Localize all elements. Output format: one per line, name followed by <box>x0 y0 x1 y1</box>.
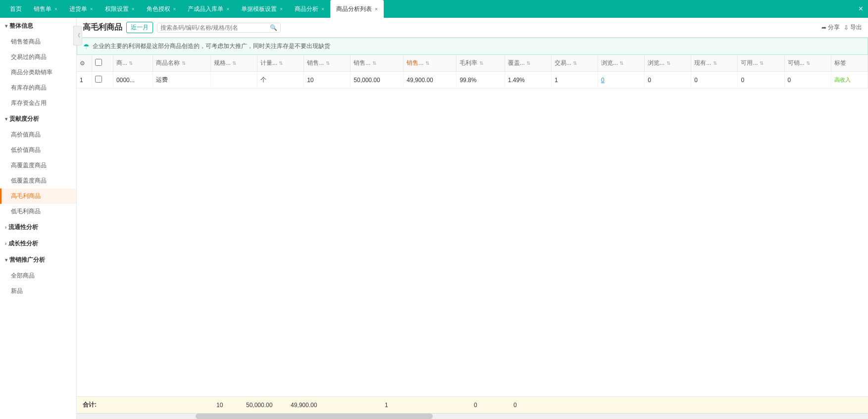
table-header-row: ⚙ 商... ⇅ 商品名称 ⇅ <box>77 55 868 72</box>
close-permission-tab[interactable]: × <box>132 6 135 12</box>
close-role-tab[interactable]: × <box>173 6 176 12</box>
time-filter-button[interactable]: 近一月 <box>126 22 153 33</box>
sidebar-item-low-coverage[interactable]: 低覆盖度商品 <box>0 173 76 188</box>
close-template-tab[interactable]: × <box>280 6 283 12</box>
search-input[interactable] <box>160 24 268 31</box>
sort-icon-current-stock: ⇅ <box>713 60 717 66</box>
close-purchase-tab[interactable]: × <box>90 6 93 12</box>
sort-icon-sales-cost: ⇅ <box>425 60 429 66</box>
th-browse2[interactable]: 浏览... ⇅ <box>645 55 691 72</box>
sidebar-item-low-value[interactable]: 低价值商品 <box>0 142 76 158</box>
sort-icon-name: ⇅ <box>182 60 186 66</box>
close-analysis-tab[interactable]: × <box>321 6 324 12</box>
nav-tab-sales[interactable]: 销售单 × <box>28 0 63 18</box>
nav-tab-purchase[interactable]: 进货单 × <box>63 0 99 18</box>
row-checkbox[interactable] <box>95 76 102 83</box>
arrow-marketing: ▾ <box>5 257 7 263</box>
arrow-growth: › <box>5 241 6 246</box>
th-sales-qty[interactable]: 销售... ⇅ <box>304 55 351 72</box>
close-stock-in-tab[interactable]: × <box>226 6 229 12</box>
cell-checkbox[interactable] <box>92 72 113 89</box>
sidebar-item-all-goods[interactable]: 全部商品 <box>0 268 76 283</box>
sidebar-item-traded-goods[interactable]: 交易过的商品 <box>0 49 76 65</box>
nav-tab-analysis-list[interactable]: 商品分析列表 × <box>330 0 384 18</box>
share-button[interactable]: ➦ 分享 <box>821 23 840 32</box>
footer-values: 10 50,000.00 49,900.00 1 0 0 <box>104 402 862 409</box>
cell-unit: 个 <box>257 72 304 89</box>
sidebar-item-high-coverage[interactable]: 高覆盖度商品 <box>0 158 76 173</box>
content-header: 高毛利商品 近一月 🔍 ➦ 分享 ⇩ 导出 <box>77 18 868 38</box>
sidebar-item-low-margin[interactable]: 低毛利商品 <box>0 204 76 219</box>
th-checkbox[interactable] <box>92 55 113 72</box>
sidebar-group-growth[interactable]: › 成长性分析 <box>0 235 76 252</box>
cell-browse1[interactable]: 0 <box>598 72 645 89</box>
settings-icon[interactable]: ⚙ <box>80 60 85 67</box>
footer-current-stock: 0 <box>471 402 511 409</box>
sort-icon-gross-margin: ⇅ <box>479 60 483 66</box>
th-spec[interactable]: 规格... ⇅ <box>210 55 257 72</box>
th-browse1[interactable]: 浏览... ⇅ <box>598 55 645 72</box>
sidebar-item-new-goods[interactable]: 新品 <box>0 283 76 299</box>
cell-index: 1 <box>77 72 92 89</box>
nav-tab-permission[interactable]: 权限设置 × <box>99 0 141 18</box>
footer-spacer-1 <box>104 402 213 409</box>
sort-icon-browse1: ⇅ <box>619 60 623 66</box>
close-analysis-list-tab[interactable]: × <box>375 6 378 12</box>
data-table: ⚙ 商... ⇅ 商品名称 ⇅ <box>77 55 868 89</box>
sidebar-group-contribution[interactable]: ▾ 贡献度分析 <box>0 111 76 127</box>
footer-available-stock: 0 <box>511 402 540 409</box>
th-sales-amount[interactable]: 销售... ⇅ <box>351 55 404 72</box>
sidebar-item-category-rate[interactable]: 商品分类助销率 <box>0 65 76 80</box>
th-coverage[interactable]: 覆盖... ⇅ <box>505 55 551 72</box>
main-layout: ▾ 整体信息 销售签商品 交易过的商品 商品分类助销率 有库存的商品 库存资金占… <box>0 18 868 419</box>
th-code[interactable]: 商... ⇅ <box>113 55 153 72</box>
th-tag[interactable]: 标签 <box>831 55 868 72</box>
arrow-contribution: ▾ <box>5 116 7 122</box>
cell-available-stock: 0 <box>738 72 784 89</box>
sidebar-item-stock-capital[interactable]: 库存资金占用 <box>0 95 76 111</box>
horizontal-scrollbar[interactable] <box>77 413 868 419</box>
nav-tab-template[interactable]: 单据模板设置 × <box>235 0 289 18</box>
th-available-stock[interactable]: 可用... ⇅ <box>738 55 784 72</box>
th-gross-margin[interactable]: 毛利率 ⇅ <box>457 55 505 72</box>
th-current-stock[interactable]: 现有... ⇅ <box>691 55 738 72</box>
sort-icon-browse2: ⇅ <box>666 60 670 66</box>
sort-icon-trade: ⇅ <box>573 60 577 66</box>
sidebar-item-high-margin[interactable]: 高毛利商品 <box>0 188 76 204</box>
cell-coverage: 1.49% <box>505 72 551 89</box>
top-navigation: 首页 销售单 × 进货单 × 权限设置 × 角色授权 × 产成品入库单 × 单据… <box>0 0 868 18</box>
nav-tab-home[interactable]: 首页 <box>4 0 28 18</box>
sidebar-group-overview[interactable]: ▾ 整体信息 <box>0 18 76 34</box>
sidebar-group-marketing[interactable]: ▾ 营销推广分析 <box>0 252 76 268</box>
sidebar-collapse-button[interactable]: 《 <box>77 26 82 46</box>
th-sellable[interactable]: 可销... ⇅ <box>784 55 831 72</box>
th-trade[interactable]: 交易... ⇅ <box>551 55 598 72</box>
search-icon[interactable]: 🔍 <box>270 24 277 31</box>
footer-trade: 1 <box>382 402 471 409</box>
th-name[interactable]: 商品名称 ⇅ <box>153 55 211 72</box>
select-all-checkbox[interactable] <box>95 59 102 66</box>
scrollbar-thumb[interactable] <box>196 414 433 419</box>
sidebar-group-liquidity[interactable]: › 流通性分析 <box>0 219 76 235</box>
tip-text: 企业的主要的利润都是这部分商品创造的，可考虑加大推广，同时关注库存是不要出现缺货 <box>93 42 330 50</box>
sort-icon-unit: ⇅ <box>279 60 283 66</box>
cell-browse2: 0 <box>645 72 691 89</box>
nav-tab-role[interactable]: 角色授权 × <box>141 0 182 18</box>
sidebar-item-high-value[interactable]: 高价值商品 <box>0 127 76 142</box>
sidebar-item-sales-goods[interactable]: 销售签商品 <box>0 34 76 49</box>
footer-sales-qty: 10 <box>213 402 243 409</box>
nav-tab-analysis[interactable]: 商品分析 × <box>289 0 330 18</box>
close-all-tabs[interactable]: × <box>859 4 863 13</box>
close-sales-tab[interactable]: × <box>54 6 57 12</box>
export-icon: ⇩ <box>844 24 849 31</box>
table-footer: 合计: 10 50,000.00 49,900.00 1 0 0 <box>77 396 868 413</box>
arrow-overview: ▾ <box>5 23 7 29</box>
nav-tab-stock-in[interactable]: 产成品入库单 × <box>182 0 235 18</box>
th-sales-cost[interactable]: 销售... ⇅ <box>404 55 457 72</box>
th-unit[interactable]: 计量... ⇅ <box>257 55 304 72</box>
tip-icon: ☂ <box>83 43 90 50</box>
export-button[interactable]: ⇩ 导出 <box>844 23 862 32</box>
th-settings[interactable]: ⚙ <box>77 55 92 72</box>
content-area: 《 高毛利商品 近一月 🔍 ➦ 分享 ⇩ 导出 ☂ 企 <box>77 18 868 419</box>
sidebar-item-stocked-goods[interactable]: 有库存的商品 <box>0 80 76 95</box>
